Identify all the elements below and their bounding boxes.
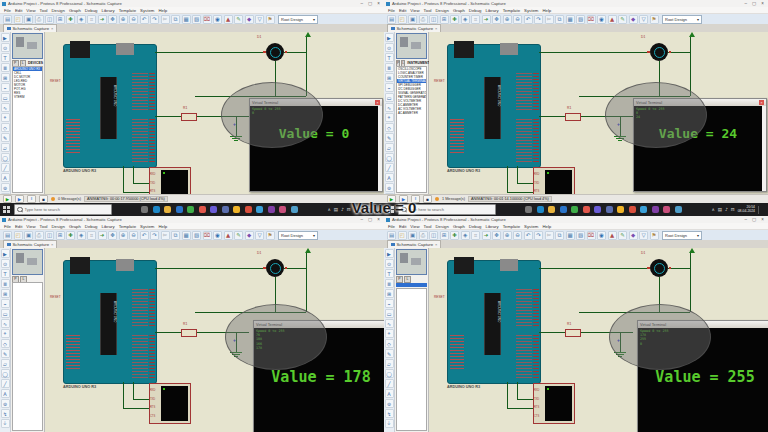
close-button[interactable]: × <box>761 217 764 222</box>
mode-tool-icon[interactable]: A <box>385 173 394 182</box>
tab-close-icon[interactable]: × <box>435 26 437 31</box>
toolbar-icon[interactable]: ✚ <box>66 15 75 24</box>
menu-item[interactable]: Library <box>486 224 499 229</box>
taskbar-app-icon[interactable] <box>571 206 578 213</box>
mode-tool-icon[interactable]: ✎ <box>385 349 394 358</box>
taskbar-app-icon[interactable] <box>617 206 624 213</box>
mode-tool-icon[interactable]: A <box>1 389 10 398</box>
toolbar-icon[interactable]: ➜ <box>482 231 491 240</box>
mode-tool-icon[interactable]: ⌁ <box>1 299 10 308</box>
maximize-button[interactable]: ▢ <box>752 217 756 222</box>
mode-tool-icon[interactable]: T <box>1 269 10 278</box>
schematic-canvas[interactable]: ARDUINO UNO RESET ARDUINO UNO R3 <box>45 248 384 432</box>
taskbar-app-icon[interactable] <box>233 206 240 213</box>
toolbar-icon[interactable]: ◫ <box>45 231 54 240</box>
terminal-close-button[interactable]: × <box>759 100 764 105</box>
mode-tool-icon[interactable]: ✎ <box>1 349 10 358</box>
toolbar-icon[interactable]: ⎙ <box>419 15 428 24</box>
toolbar-icon[interactable]: ▦ <box>182 231 191 240</box>
toolbar-icon[interactable]: ◰ <box>398 231 407 240</box>
menu-item[interactable]: Template <box>503 8 520 13</box>
toolbar-icon[interactable]: ◰ <box>14 15 23 24</box>
toolbar-icon[interactable]: ▧ <box>576 231 585 240</box>
mode-tool-icon[interactable]: ≣ <box>385 279 394 288</box>
toolbar-icon[interactable]: ✎ <box>234 15 243 24</box>
menu-item[interactable]: System <box>140 224 154 229</box>
resistor[interactable] <box>565 329 581 337</box>
mode-tool-icon[interactable]: ▶ <box>1 249 10 258</box>
taskbar-app-icon[interactable] <box>560 206 567 213</box>
dc-motor[interactable] <box>650 43 668 61</box>
pick-devices-button[interactable]: P <box>396 276 403 283</box>
close-button[interactable]: × <box>761 1 764 6</box>
taskbar-app-icon[interactable] <box>548 206 555 213</box>
toolbar-icon[interactable]: ▣ <box>24 231 33 240</box>
schematic-canvas[interactable]: ARDUINO UNO RESET ARDUINO UNO R3 <box>429 248 768 432</box>
toolbar-icon[interactable]: ⧉ <box>171 15 180 24</box>
menu-item[interactable]: View <box>26 8 35 13</box>
tab-schematic-capture[interactable]: Schematic Capture × <box>387 24 441 32</box>
taskbar-app-icon[interactable] <box>153 206 160 213</box>
toolbar-icon[interactable]: ⊕ <box>119 231 128 240</box>
taskbar-app-icon[interactable] <box>141 206 148 213</box>
mode-tool-icon[interactable]: ⌁ <box>1 83 10 92</box>
close-button[interactable]: × <box>377 1 380 6</box>
schematic-overview[interactable] <box>396 33 427 59</box>
toolbar-icon[interactable]: ◆ <box>245 15 254 24</box>
toolbar-icon[interactable]: ✥ <box>108 231 117 240</box>
taskbar-app-icon[interactable] <box>652 206 659 213</box>
toolbar-icon[interactable]: ▽ <box>639 15 648 24</box>
toolbar-icon[interactable]: ◆ <box>245 231 254 240</box>
toolbar-icon[interactable]: ↷ <box>150 15 159 24</box>
taskbar-app-icon[interactable] <box>537 206 544 213</box>
menu-item[interactable]: Help <box>542 224 551 229</box>
toolbar-icon[interactable]: ▲ <box>608 231 617 240</box>
toolbar-icon[interactable]: ⌗ <box>471 15 480 24</box>
mode-tool-icon[interactable]: ⌁ <box>385 299 394 308</box>
mode-tool-icon[interactable]: ╱ <box>385 163 394 172</box>
toolbar-icon[interactable]: ⌧ <box>203 15 212 24</box>
toolbar-icon[interactable]: ⚑ <box>650 15 659 24</box>
toolbar-icon[interactable]: ▦ <box>182 15 191 24</box>
menu-item[interactable]: Design <box>51 8 64 13</box>
toolbar-icon[interactable]: ⧉ <box>555 15 564 24</box>
resistor[interactable] <box>181 113 197 121</box>
toolbar-icon[interactable]: ↶ <box>140 15 149 24</box>
maximize-button[interactable]: ▢ <box>752 1 756 6</box>
tray-network-icon[interactable]: ▤ <box>334 207 338 212</box>
maximize-button[interactable]: ▢ <box>368 1 372 6</box>
toolbar-icon[interactable]: ✂ <box>545 15 554 24</box>
sim-pause-button[interactable]: ‖ <box>27 195 36 203</box>
mode-tool-icon[interactable]: ⊙ <box>385 43 394 52</box>
taskbar-clock[interactable]: 20:54 08-04-2024 <box>738 206 755 214</box>
taskbar-app-icon[interactable] <box>187 206 194 213</box>
tab-schematic-capture[interactable]: Schematic Capture × <box>3 240 57 248</box>
schematic-overview[interactable] <box>12 33 43 59</box>
taskbar-app-icon[interactable] <box>525 206 532 213</box>
minimize-button[interactable]: – <box>745 1 748 6</box>
toolbar-icon[interactable]: ⊖ <box>513 15 522 24</box>
mode-tool-icon[interactable]: ⊞ <box>385 73 394 82</box>
start-button[interactable] <box>3 206 11 214</box>
taskbar-app-icon[interactable] <box>210 206 217 213</box>
mode-tool-icon[interactable]: ⊙ <box>385 259 394 268</box>
mode-tool-icon[interactable]: ◇ <box>1 339 10 348</box>
mode-tool-icon[interactable]: ◇ <box>1 123 10 132</box>
mode-tool-icon[interactable]: ◇ <box>385 339 394 348</box>
object-list-item[interactable]: AC AMMETER <box>397 111 426 115</box>
menu-item[interactable]: System <box>140 8 154 13</box>
mode-tool-icon[interactable]: ▱ <box>385 359 394 368</box>
menu-item[interactable]: Edit <box>399 8 406 13</box>
message-indicator-icon[interactable] <box>51 197 55 201</box>
toolbar-icon[interactable]: ➜ <box>482 15 491 24</box>
tray-network-icon[interactable]: ▤ <box>718 207 722 212</box>
toolbar-icon[interactable]: ◈ <box>77 15 86 24</box>
toolbar-icon[interactable]: ▣ <box>408 231 417 240</box>
toolbar-icon[interactable]: ◉ <box>597 231 606 240</box>
toolbar-icon[interactable]: ⊕ <box>119 15 128 24</box>
toolbar-icon[interactable]: ◫ <box>429 15 438 24</box>
taskbar-app-icon[interactable] <box>268 206 275 213</box>
menu-item[interactable]: Library <box>102 224 115 229</box>
mode-tool-icon[interactable]: ≣ <box>1 63 10 72</box>
menu-item[interactable]: Debug <box>85 8 98 13</box>
